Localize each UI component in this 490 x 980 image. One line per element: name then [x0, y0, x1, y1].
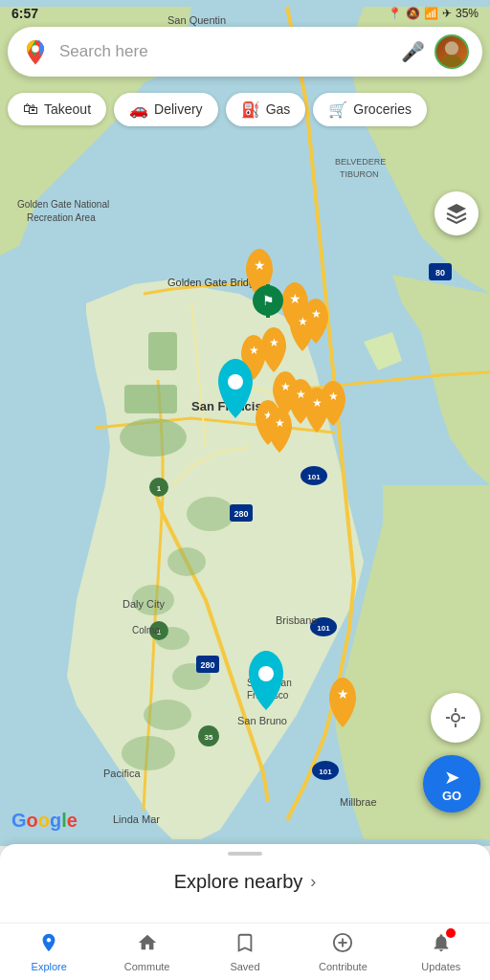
nav-explore[interactable]: Explore: [0, 926, 98, 978]
saved-icon: [234, 932, 256, 959]
svg-text:⚑: ⚑: [262, 293, 275, 308]
svg-text:Brisbane: Brisbane: [276, 614, 317, 626]
google-o1: o: [27, 810, 38, 831]
svg-point-15: [144, 700, 191, 730]
svg-text:★: ★: [275, 416, 285, 430]
svg-point-71: [258, 666, 274, 681]
svg-text:★: ★: [269, 336, 279, 349]
status-time: 6:57: [11, 6, 38, 21]
pill-gas[interactable]: ⛽ Gas: [226, 93, 306, 126]
svg-text:280: 280: [200, 660, 214, 670]
nav-commute-label: Commute: [124, 961, 170, 972]
svg-text:Recreation Area: Recreation Area: [27, 212, 96, 223]
svg-text:BELVEDERE: BELVEDERE: [335, 157, 386, 167]
google-maps-logo: [21, 37, 50, 66]
search-bar[interactable]: Search here 🎤: [8, 27, 482, 77]
svg-text:80: 80: [435, 268, 445, 278]
battery-icon: 35%: [456, 7, 479, 20]
updates-icon: [431, 932, 452, 959]
pill-takeout[interactable]: 🛍 Takeout: [8, 93, 106, 125]
svg-point-16: [122, 736, 175, 770]
avatar[interactable]: [434, 34, 469, 69]
svg-text:Linda Mar: Linda Mar: [113, 813, 160, 825]
svg-point-9: [120, 418, 187, 457]
svg-text:★: ★: [337, 686, 349, 702]
status-icons: 📍 🔕 📶 ✈ 35%: [388, 7, 479, 20]
svg-text:Daly City: Daly City: [122, 598, 166, 610]
svg-point-11: [167, 547, 206, 576]
svg-text:San Bruno: San Bruno: [237, 715, 287, 726]
google-g: G: [11, 810, 27, 831]
svg-text:TIBURON: TIBURON: [340, 169, 379, 179]
svg-text:★: ★: [249, 344, 259, 357]
svg-text:Pacifica: Pacifica: [103, 768, 141, 779]
svg-text:101: 101: [307, 473, 321, 481]
google-logo: Google: [11, 810, 78, 832]
svg-text:101: 101: [317, 624, 330, 633]
svg-text:280: 280: [234, 509, 248, 519]
google-o2: o: [38, 810, 50, 831]
explore-nearby-label: Explore nearby: [174, 871, 303, 893]
commute-icon: [137, 932, 158, 959]
airplane-icon: ✈: [442, 7, 452, 20]
wifi-icon: 📶: [424, 7, 438, 20]
delivery-icon: 🚗: [129, 100, 148, 119]
location-icon: 📍: [388, 7, 402, 20]
nav-updates[interactable]: Updates: [392, 926, 490, 978]
svg-text:Golden Gate National: Golden Gate National: [17, 199, 109, 210]
nav-explore-label: Explore: [32, 961, 67, 972]
google-e: e: [67, 810, 78, 831]
location-crosshair-icon: [444, 706, 467, 729]
go-button[interactable]: ➤ GO: [423, 755, 480, 813]
mic-icon[interactable]: 🎤: [401, 40, 425, 63]
filter-pills: 🛍 Takeout 🚗 Delivery ⛽ Gas 🛒 Groceries: [0, 86, 490, 132]
layers-icon: [445, 202, 468, 225]
svg-text:35: 35: [205, 733, 213, 742]
layer-toggle-button[interactable]: [434, 191, 479, 235]
nav-contribute[interactable]: Contribute: [294, 926, 391, 978]
nav-contribute-label: Contribute: [319, 961, 368, 972]
svg-text:★: ★: [328, 390, 339, 403]
google-g2: g: [50, 810, 61, 831]
svg-rect-8: [148, 332, 177, 370]
pill-takeout-label: Takeout: [44, 101, 91, 117]
bottom-sheet[interactable]: Explore nearby ›: [0, 844, 490, 926]
updates-badge: [446, 928, 456, 938]
svg-point-10: [187, 497, 234, 531]
svg-point-70: [228, 374, 243, 390]
svg-text:★: ★: [298, 315, 308, 328]
my-location-button[interactable]: [431, 693, 480, 743]
go-label: GO: [442, 789, 461, 803]
svg-text:★: ★: [254, 257, 266, 273]
svg-text:★: ★: [312, 396, 323, 410]
takeout-icon: 🛍: [23, 100, 38, 118]
pill-delivery[interactable]: 🚗 Delivery: [114, 93, 218, 126]
svg-point-75: [452, 714, 459, 722]
pill-groceries[interactable]: 🛒 Groceries: [313, 93, 427, 126]
pill-delivery-label: Delivery: [154, 101, 203, 117]
contribute-icon: [332, 932, 353, 959]
svg-text:Colma: Colma: [132, 625, 160, 635]
gas-icon: ⛽: [241, 100, 260, 119]
svg-point-74: [441, 56, 461, 67]
svg-point-73: [445, 41, 458, 55]
nav-saved-label: Saved: [230, 961, 259, 972]
svg-text:101: 101: [319, 768, 332, 776]
nav-commute[interactable]: Commute: [98, 926, 195, 978]
svg-text:★: ★: [296, 388, 306, 401]
svg-text:★: ★: [289, 291, 301, 306]
explore-arrow-icon: ›: [310, 872, 316, 892]
mute-icon: 🔕: [406, 7, 420, 20]
pill-groceries-label: Groceries: [353, 101, 412, 117]
search-input[interactable]: Search here: [59, 42, 391, 61]
explore-nearby-row[interactable]: Explore nearby ›: [174, 863, 317, 901]
svg-text:Golden Gate Bridge: Golden Gate Bridge: [167, 277, 260, 288]
svg-point-72: [32, 45, 39, 53]
nav-saved[interactable]: Saved: [196, 926, 294, 978]
svg-rect-7: [124, 385, 177, 413]
explore-icon: [38, 932, 59, 959]
go-arrow-icon: ➤: [444, 766, 460, 789]
groceries-icon: 🛒: [328, 100, 347, 119]
sheet-handle: [228, 852, 262, 856]
status-bar: 6:57 📍 🔕 📶 ✈ 35%: [0, 0, 490, 27]
